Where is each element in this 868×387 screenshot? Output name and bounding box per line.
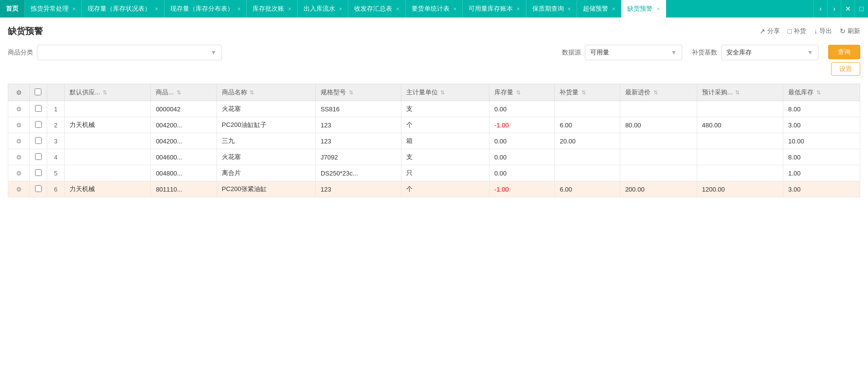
export-button[interactable]: ↓ 导出 xyxy=(814,27,832,35)
th-checkbox[interactable] xyxy=(30,84,47,101)
row-checkbox-cell[interactable] xyxy=(30,133,47,149)
replenish-basis-filter-select[interactable]: 安全库存 ▼ xyxy=(721,45,818,60)
row-index: 5 xyxy=(47,165,65,181)
tab-home[interactable]: 首页 xyxy=(0,0,25,18)
row-spec: 123 xyxy=(315,117,401,133)
sort-icon-min-stock: ⇅ xyxy=(816,89,821,95)
close-tab-available-ledger[interactable]: × xyxy=(517,6,520,12)
tab-shortage[interactable]: 缺货预警 × xyxy=(621,0,666,18)
row-gear-cell[interactable]: ⚙ xyxy=(8,181,30,197)
row-gear-cell[interactable]: ⚙ xyxy=(8,133,30,149)
tab-expiry-query[interactable]: 保质期查询 × xyxy=(526,0,577,18)
datasource-filter-select[interactable]: 可用量 ▼ xyxy=(585,45,682,60)
close-tab-overstock[interactable]: × xyxy=(612,6,615,12)
close-tab-requisition-stat[interactable]: × xyxy=(453,6,456,12)
row-estimated-purchase xyxy=(697,101,783,117)
tab-requisition-stat[interactable]: 要货单统计表 × xyxy=(406,0,463,18)
data-table: ⚙ 默认供应... ⇅ 商品... ⇅ 商品名称 ⇅ xyxy=(8,84,860,197)
sort-icon-stock: ⇅ xyxy=(516,89,521,95)
query-button[interactable]: 查询 xyxy=(828,45,860,59)
th-default-supplier[interactable]: 默认供应... ⇅ xyxy=(65,84,151,101)
row-checkbox[interactable] xyxy=(35,169,42,176)
refresh-button[interactable]: ↻ 刷新 xyxy=(840,27,860,35)
row-unit: 个 xyxy=(401,181,489,197)
row-product-name: PC200油缸缸子 xyxy=(217,117,315,133)
th-estimated-purchase[interactable]: 预计采购... ⇅ xyxy=(697,84,783,101)
row-gear-cell[interactable]: ⚙ xyxy=(8,117,30,133)
row-checkbox[interactable] xyxy=(35,185,42,192)
row-product-name: PC200张紧油缸 xyxy=(217,181,315,197)
row-product-code: 004200... xyxy=(151,117,217,133)
row-min-stock: 3.00 xyxy=(783,181,860,197)
replenish-button[interactable]: □ 补货 xyxy=(788,27,806,35)
close-tab-receive-summary[interactable]: × xyxy=(396,6,399,12)
row-replenish-qty: 6.00 xyxy=(555,117,620,133)
th-product-code[interactable]: 商品... ⇅ xyxy=(151,84,217,101)
row-checkbox[interactable] xyxy=(35,121,42,128)
row-default-supplier xyxy=(65,133,151,149)
row-spec: 123 xyxy=(315,181,401,197)
th-min-stock[interactable]: 最低库存 ⇅ xyxy=(783,84,860,101)
row-latest-price: 80.00 xyxy=(620,117,697,133)
share-icon: ↗ xyxy=(760,27,765,35)
replenish-basis-filter-label: 补货基数 xyxy=(692,48,717,57)
th-gear[interactable]: ⚙ xyxy=(8,84,30,101)
close-tab-inventory-dist[interactable]: × xyxy=(237,6,240,12)
th-replenish-qty[interactable]: 补货量 ⇅ xyxy=(555,84,620,101)
close-tab-expiry-query[interactable]: × xyxy=(568,6,571,12)
row-spec: 123 xyxy=(315,133,401,149)
close-tab-batch-account[interactable]: × xyxy=(288,6,291,12)
sort-icon-name: ⇅ xyxy=(250,89,254,95)
nav-next-btn[interactable]: › xyxy=(827,0,841,18)
nav-maximize-btn[interactable]: □ xyxy=(854,0,868,18)
tab-batch-account[interactable]: 库存批次账 × xyxy=(247,0,297,18)
row-gear-cell[interactable]: ⚙ xyxy=(8,101,30,117)
close-tab-in-out-flow[interactable]: × xyxy=(339,6,342,12)
close-tab-pick-exception[interactable]: × xyxy=(72,6,75,12)
row-replenish-qty xyxy=(555,149,620,165)
table-row: ⚙ 1 0000042 火花塞 SS816 支 0.00 8.00 xyxy=(8,101,860,117)
nav-close-btn[interactable]: ✕ xyxy=(841,0,854,18)
row-estimated-purchase xyxy=(697,165,783,181)
tab-overstock[interactable]: 超储预警 × xyxy=(577,0,621,18)
sort-icon-est-purchase: ⇅ xyxy=(735,89,740,95)
nav-prev-btn[interactable]: ‹ xyxy=(814,0,827,18)
close-tab-inventory-status[interactable]: × xyxy=(155,6,158,12)
th-spec[interactable]: 规格型号 ⇅ xyxy=(315,84,401,101)
row-checkbox-cell[interactable] xyxy=(30,181,47,197)
row-checkbox-cell[interactable] xyxy=(30,101,47,117)
tab-available-ledger[interactable]: 可用量库存账本 × xyxy=(463,0,526,18)
tab-inventory-status[interactable]: 现存量（库存状况表） × xyxy=(82,0,164,18)
settings-button[interactable]: 设置 xyxy=(831,62,860,76)
row-stock: -1.00 xyxy=(489,181,555,197)
row-checkbox[interactable] xyxy=(35,153,42,160)
row-checkbox-cell[interactable] xyxy=(30,165,47,181)
nav-tabs: 首页 拣货异常处理 × 现存量（库存状况表） × 现存量（库存分布表） × 库存… xyxy=(0,0,868,18)
row-replenish-qty: 20.00 xyxy=(555,133,620,149)
tab-in-out-flow[interactable]: 出入库流水 × xyxy=(298,0,348,18)
row-default-supplier: 力天机械 xyxy=(65,117,151,133)
row-gear-cell[interactable]: ⚙ xyxy=(8,165,30,181)
th-latest-price[interactable]: 最新进价 ⇅ xyxy=(620,84,697,101)
th-product-name[interactable]: 商品名称 ⇅ xyxy=(217,84,315,101)
select-all-checkbox[interactable] xyxy=(35,88,41,95)
tab-receive-summary[interactable]: 收发存汇总表 × xyxy=(348,0,405,18)
tab-pick-exception[interactable]: 拣货异常处理 × xyxy=(25,0,82,18)
row-checkbox[interactable] xyxy=(35,105,42,112)
th-unit[interactable]: 主计量单位 ⇅ xyxy=(401,84,489,101)
share-button[interactable]: ↗ 分享 xyxy=(760,27,780,35)
row-unit: 箱 xyxy=(401,133,489,149)
th-stock[interactable]: 库存量 ⇅ xyxy=(489,84,555,101)
category-filter-select[interactable]: ▼ xyxy=(37,45,222,60)
row-checkbox-cell[interactable] xyxy=(30,149,47,165)
row-product-code: 004600... xyxy=(151,149,217,165)
close-tab-shortage[interactable]: × xyxy=(656,6,659,12)
refresh-icon: ↻ xyxy=(840,27,846,35)
row-gear-cell[interactable]: ⚙ xyxy=(8,149,30,165)
row-gear-icon: ⚙ xyxy=(16,138,22,145)
tab-inventory-dist[interactable]: 现存量（库存分布表） × xyxy=(164,0,247,18)
row-checkbox[interactable] xyxy=(35,137,42,144)
row-checkbox-cell[interactable] xyxy=(30,117,47,133)
row-min-stock: 10.00 xyxy=(783,133,860,149)
row-product-name: 火花塞 xyxy=(217,149,315,165)
